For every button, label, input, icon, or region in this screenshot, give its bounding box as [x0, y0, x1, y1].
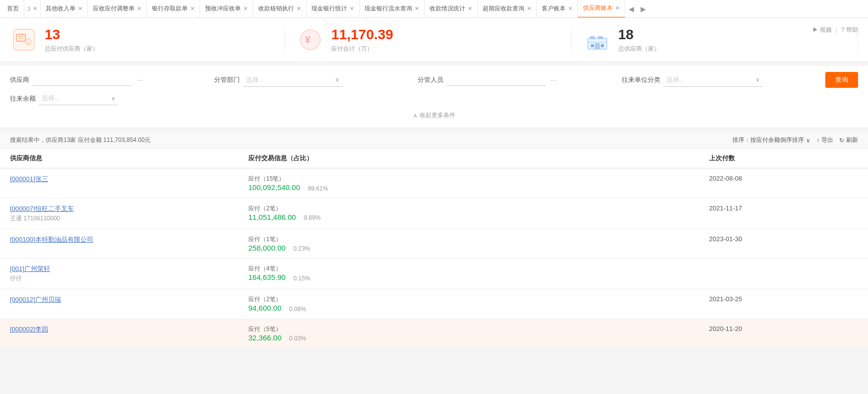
close-icon[interactable]: ✕ — [78, 5, 82, 12]
category-select[interactable]: 选择... ∨ — [663, 73, 763, 87]
person-input[interactable] — [446, 74, 546, 86]
help-link[interactable]: ? 帮助 — [841, 26, 858, 34]
video-link[interactable]: ▶ 视频 — [812, 26, 832, 34]
summary-info-payable-suppliers: 13 总应付供应商（家） — [45, 26, 98, 54]
payable-note: 应付（5笔） — [248, 325, 709, 333]
refresh-button[interactable]: ↻ 刷新 — [839, 136, 858, 144]
close-icon[interactable]: ✕ — [137, 5, 142, 12]
supplier-info-cell: [000001]张三 — [10, 175, 248, 184]
nav-tab-home-label: 首页 — [7, 4, 19, 13]
nav-tab-receipt-stat[interactable]: 收款情况统计 ✕ — [425, 0, 478, 18]
supplier-input[interactable] — [32, 74, 132, 86]
results-summary-text: 搜索结果中，供应商13家 应付金额 111,703,854.00元 — [10, 136, 150, 144]
payable-amount: 258,000.00 — [248, 244, 286, 252]
nav-tab-receipt-verify[interactable]: 收款核销执行 ✕ — [253, 0, 306, 18]
filter-label-balance: 往来余额 — [10, 94, 36, 103]
payable-note: 应付（4笔） — [248, 264, 709, 273]
supplier-link-000007[interactable]: [000007]恒旺二手叉车 — [10, 204, 248, 213]
top-right-links: ▶ 视频 | ? 帮助 — [812, 26, 859, 34]
nav-tab-cash-bank-flow[interactable]: 现金银行流水查询 ✕ — [360, 0, 425, 18]
filter-item-dept: 分管部门 选择... ∨ — [214, 73, 410, 87]
close-icon[interactable]: ✕ — [350, 5, 354, 12]
filter-item-balance: 往来余额 选择... ∨ — [10, 92, 149, 105]
supplier-link-000012[interactable]: [000012]广州贝瑞 — [10, 295, 248, 304]
close-icon[interactable]: ✕ — [296, 5, 301, 12]
nav-tab-cash-bank-flow-label: 现金银行流水查询 — [364, 4, 412, 13]
nav-tab-supplier-ledger[interactable]: 供应商账本 ✕ — [578, 0, 625, 18]
balance-select[interactable]: 选择... ∨ — [39, 92, 118, 105]
nav-tab-receipt-verify-label: 收款核销执行 — [258, 4, 294, 13]
top-navigation: 首页 3 ✕ 其他收入单 ✕ 应收应付调整单 ✕ 银行存取款单 ✕ 预收冲应收单… — [0, 0, 868, 18]
nav-tab-3-label: 3 — [27, 6, 30, 12]
table-header-supplier: 供应商信息 — [10, 154, 248, 163]
nav-tab-overdue-ar[interactable]: 超期应收款查询 ✕ — [478, 0, 537, 18]
nav-left-arrow[interactable]: ◀ — [625, 0, 637, 18]
nav-right-arrow[interactable]: ▶ — [637, 0, 649, 18]
nav-tab-receipt-stat-label: 收款情况统计 — [430, 4, 465, 13]
collapse-button[interactable]: ∧ 收起更多条件 — [404, 111, 464, 120]
nav-tab-customer-ledger-label: 客户账本 — [542, 4, 566, 13]
supplier-dots-icon[interactable]: ··· — [137, 76, 143, 84]
nav-tab-3[interactable]: 3 ✕ — [24, 0, 41, 18]
balance-select-text: 选择... — [42, 94, 111, 103]
close-icon[interactable]: ✕ — [243, 5, 248, 12]
dept-select-text: 选择... — [246, 75, 335, 84]
category-select-arrow-icon: ∨ — [756, 76, 760, 83]
payable-info-cell: 应付（5笔） 32,366.00 0.03% — [248, 325, 709, 342]
payable-amount: 32,366.00 — [248, 333, 282, 342]
export-label: 导出 — [821, 136, 833, 144]
nav-tab-bank-deposit[interactable]: 银行存取款单 ✕ — [147, 0, 200, 18]
filter-label-person: 分管人员 — [418, 75, 443, 84]
refresh-label: 刷新 — [846, 136, 858, 144]
last-pay-date: 2020-11-20 — [709, 325, 742, 332]
nav-tab-cash-bank-stat[interactable]: 现金银行统计 ✕ — [306, 0, 360, 18]
table-row: [000007]恒旺二手叉车 王通 17106110000 应付（2笔） 11,… — [0, 198, 868, 229]
nav-tab-prepay-ar[interactable]: 预收冲应收单 ✕ — [200, 0, 253, 18]
close-icon[interactable]: ✕ — [415, 5, 419, 12]
supplier-link-000001[interactable]: [000001]张三 — [10, 175, 248, 184]
table-row: [001]广州荣轩 仔仔 应付（4笔） 164,635.90 0.15% — [0, 259, 868, 289]
summary-number-payable-total: 11,170.39 — [331, 26, 393, 43]
dept-select-arrow-icon: ∨ — [335, 76, 339, 83]
supplier-sub-info: 仔仔 — [10, 274, 248, 283]
supplier-link-000100[interactable]: [000100]本特勤油品有限公司 — [10, 235, 248, 244]
sort-select[interactable]: 排序：按应付余额倒序排序 ∨ — [732, 136, 810, 144]
person-dots-icon[interactable]: ··· — [551, 76, 557, 84]
supplier-link-001[interactable]: [001]广州荣轩 — [10, 264, 248, 273]
supplier-link-000002[interactable]: [000002]李四 — [10, 325, 248, 334]
filter-label-supplier: 供应商 — [10, 75, 29, 84]
export-button[interactable]: ↑ 导出 — [816, 136, 833, 144]
main-content: 供应商信息 应付交易信息（占比） 上次付数 [000001]张三 应付（15笔）… — [0, 149, 868, 348]
summary-number-payable-suppliers: 13 — [45, 26, 98, 43]
close-icon[interactable]: ✕ — [527, 5, 531, 12]
close-icon[interactable]: ✕ — [190, 5, 195, 12]
nav-tab-ar-ap-adjust-label: 应收应付调整单 — [93, 4, 135, 13]
filter-item-person: 分管人员 ··· — [418, 74, 614, 86]
sort-arrow-icon: ∨ — [806, 137, 810, 144]
last-pay-cell: 2022-08-08 — [709, 175, 858, 182]
supplier-sub-info: 王通 17106110000 — [10, 214, 248, 223]
payable-percent: 0.23% — [293, 245, 310, 252]
summary-card-payable-suppliers: ¥ 13 总应付供应商（家） — [10, 26, 285, 54]
nav-tab-ar-ap-adjust[interactable]: 应收应付调整单 ✕ — [88, 0, 147, 18]
close-icon[interactable]: ✕ — [615, 5, 620, 11]
close-icon[interactable]: ✕ — [568, 5, 573, 12]
summary-number-total-suppliers: 18 — [618, 26, 660, 43]
svg-text:¥: ¥ — [26, 41, 29, 45]
filter-row-1: 供应商 ··· 分管部门 选择... ∨ 分管人员 ··· 往来单位分类 选择.… — [10, 72, 858, 88]
payable-info-cell: 应付（2笔） 94,600.00 0.08% — [248, 295, 709, 313]
close-icon[interactable]: ✕ — [468, 5, 472, 12]
nav-tab-other-income[interactable]: 其他收入单 ✕ — [41, 0, 88, 18]
last-pay-cell: 2023-01-30 — [709, 235, 858, 243]
filter-label-dept: 分管部门 — [214, 75, 240, 84]
nav-tab-customer-ledger[interactable]: 客户账本 ✕ — [537, 0, 578, 18]
close-icon[interactable]: ✕ — [33, 5, 37, 12]
svg-rect-10 — [590, 36, 595, 39]
dept-select[interactable]: 选择... ∨ — [243, 73, 342, 87]
table-header-payable: 应付交易信息（占比） — [248, 154, 709, 163]
payable-total-icon: ¥ — [296, 26, 324, 54]
nav-tab-home[interactable]: 首页 — [2, 0, 24, 18]
help-label: 帮助 — [846, 26, 858, 33]
summary-card-payable-total: ¥ 11,170.39 应付合计（万） — [285, 26, 571, 54]
search-button[interactable]: 查询 — [825, 72, 858, 88]
